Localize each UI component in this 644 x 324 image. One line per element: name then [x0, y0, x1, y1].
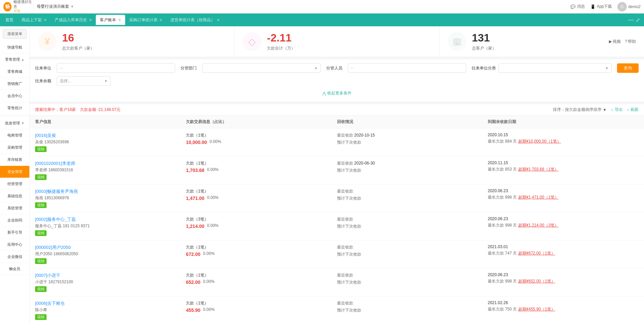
store-selector[interactable]: 母婴行业演示账套 ▼: [33, 4, 77, 9]
customer-info-cell: [0016]吴俊 吴俊 13026203696 现销: [35, 132, 186, 152]
refresh-button[interactable]: ○ 刷新: [627, 107, 639, 113]
customer-name-link[interactable]: [0002]服务中心_丁磊: [35, 217, 76, 222]
sidebar-item-huiyuan[interactable]: 会员中心: [0, 90, 29, 102]
debt-amount: 1,471.00: [186, 196, 204, 201]
filter-dept-select[interactable]: ▼: [202, 63, 320, 73]
collection-cell: 最近收款 2020-06-30 预计下次收款: [337, 160, 488, 173]
sidebar-item-yingxiao[interactable]: 营销推广: [0, 78, 29, 90]
tab-shang-pin[interactable]: 商品上下架 ×: [18, 15, 51, 25]
sidebar-item-weixin[interactable]: 企业微信: [0, 251, 29, 263]
sidebar-item-changhui[interactable]: 畅会员: [0, 263, 29, 275]
last-collection: 最近收款: [337, 188, 488, 194]
stat-icon-yuan: ¥: [38, 32, 57, 51]
sidebar-item-xinshou[interactable]: 新手引导: [0, 227, 29, 239]
filter-category-select[interactable]: ▼: [499, 63, 612, 73]
sort-selector[interactable]: 排序：按欠款金额倒序排序 ▼: [553, 107, 607, 113]
customer-name-link[interactable]: [0001020001]李老师: [35, 161, 75, 166]
sidebar-item-caigou[interactable]: 采购管理: [0, 142, 29, 154]
customer-name-link[interactable]: [0016]吴俊: [35, 133, 56, 138]
tab-close-icon[interactable]: ×: [89, 17, 92, 23]
filter-person: 分管人员 ···: [326, 63, 466, 73]
collapse-button[interactable]: ⋀ 收起更多条件: [35, 89, 639, 97]
query-button[interactable]: 查询: [617, 63, 639, 73]
tab-label: 采购订单统计表: [129, 17, 158, 23]
debt-row: 652.00 0.00%: [186, 278, 337, 285]
sidebar-item-jichuxinxi[interactable]: 基础信息: [0, 190, 29, 202]
sidebar-item-lingshou-stats[interactable]: 零售统计: [0, 102, 29, 114]
chevron-icon: ▼: [21, 121, 25, 125]
filter-row-2: 往来余额 选择... ▼: [35, 76, 639, 86]
overdue-days: 最长欠款 747 天 超期¥672.00（1笔）: [488, 251, 639, 256]
overdue-amount-link[interactable]: 超期¥455.90（1笔）: [518, 307, 555, 312]
customer-phone: 用户2050 18665062050: [35, 251, 186, 257]
next-collection: 预计下次收款: [337, 279, 488, 285]
customer-name-link[interactable]: [000002]用户2050: [35, 245, 71, 250]
tab-close-icon[interactable]: ×: [118, 17, 121, 23]
filter-unit-input[interactable]: ···: [57, 63, 175, 73]
tab-maximize-icon[interactable]: ⤢: [636, 17, 640, 23]
sidebar-item-zijin[interactable]: 资金管理: [0, 166, 29, 178]
filter-bar: 往来单位 ··· 分管部门 ▼ 分管人员 ···: [30, 59, 644, 101]
sidebar-item-kuaijie[interactable]: 快捷导航: [0, 41, 29, 54]
debt-count: 欠款（1笔）: [186, 272, 337, 278]
content-area: ¥ 16 总欠款客户（家） ◇ -2.11 欠款合计（万） 🏢 131 总客户（…: [30, 26, 644, 324]
chevron-down-icon: ▼: [314, 66, 318, 70]
sidebar-item-jingying[interactable]: 经营管理: [0, 178, 29, 190]
sidebar-item-dianshang[interactable]: 电商管理: [0, 129, 29, 142]
tab-close-icon[interactable]: ×: [44, 17, 47, 23]
tab-purchase-order[interactable]: 采购订单统计表 ×: [125, 15, 166, 25]
chevron-icon: ▲: [21, 58, 25, 61]
collection-cell: 最近收款 预计下次收款: [337, 244, 488, 257]
customer-table: 客户信息 欠款交易信息（占比） 回收情况 到期未收款日期 [0016]吴俊 吴俊…: [30, 116, 644, 324]
stat-icon-building: 🏢: [448, 32, 467, 51]
customer-name-link[interactable]: [0003]畅捷服务尹海燕: [35, 189, 78, 194]
tab-chan-pin[interactable]: 产成品入库单历史 ×: [51, 15, 96, 25]
filter-dept-label: 分管部门: [180, 65, 199, 71]
overdue-amount-link[interactable]: 超期¥1,214.00（3笔）: [518, 223, 559, 228]
debt-percent: 0.00%: [207, 223, 219, 228]
overdue-amount-link[interactable]: 超期¥10,000.00（1笔）: [518, 139, 561, 144]
message-label: 消息: [577, 4, 585, 9]
col-due: 到期未收款日期: [488, 119, 639, 125]
debt-percent: 0.00%: [207, 195, 219, 200]
user-avatar: D: [617, 2, 627, 11]
sidebar-item-qiye[interactable]: 企业协同: [0, 214, 29, 227]
sidebar-item-shangcheng[interactable]: 零售商城: [0, 66, 29, 78]
export-button[interactable]: ○ 导出: [611, 107, 623, 113]
tab-home[interactable]: 首页: [1, 15, 18, 25]
user-button[interactable]: D demo2: [617, 2, 641, 11]
sidebar-search-button[interactable]: 搜索菜单: [3, 29, 27, 39]
sidebar-item-lingshou[interactable]: 零售管理 ▲: [0, 54, 29, 66]
customer-info-cell: [0006]去下粮仓 陈小希 现销: [35, 300, 186, 320]
sidebar-item-kucun[interactable]: 库存核算: [0, 154, 29, 166]
help-button[interactable]: ? 帮助: [625, 39, 636, 45]
tab-bar: 首页 商品上下架 × 产成品入库单历史 × 客户账本 × 采购订单统计表 × 进…: [0, 13, 644, 26]
customer-info-cell: [0001020001]李老师 李老师 18600391516 现销: [35, 160, 186, 180]
collapse-label: 收起更多条件: [327, 90, 352, 96]
message-button[interactable]: 💬 消息: [570, 4, 585, 9]
overdue-amount-link[interactable]: 超期¥652.00（1笔）: [518, 279, 555, 284]
video-button[interactable]: ▶ 视频: [609, 39, 621, 45]
app-download-button[interactable]: 📱 App下载: [590, 4, 612, 9]
video-icon: ▶: [609, 39, 612, 44]
sidebar-item-xitong[interactable]: 系统管理: [0, 202, 29, 214]
overdue-amount-link[interactable]: 超期¥672.00（1笔）: [518, 251, 555, 256]
tab-minimize-icon[interactable]: —: [628, 17, 634, 23]
filter-person-input[interactable]: ···: [348, 63, 466, 73]
overdue-days: 最长欠款 998 天 超期¥652.00（1笔）: [488, 278, 639, 284]
overdue-days: 最长欠款 998 天 超期¥1,471.00（1笔）: [488, 195, 639, 200]
next-collection: 预计下次收款: [337, 140, 488, 145]
overdue-amount-link[interactable]: 超期¥1,703.68（1笔）: [518, 167, 559, 172]
sidebar-item-pifa[interactable]: 批发管理 ▼: [0, 117, 29, 129]
debt-percent: 0.00%: [203, 279, 215, 284]
tab-close-icon[interactable]: ×: [160, 17, 162, 23]
col-collection: 回收情况: [337, 119, 488, 125]
tab-close-icon[interactable]: ×: [217, 17, 220, 23]
filter-balance-select[interactable]: 选择... ▼: [57, 76, 111, 86]
customer-name-link[interactable]: [0006]去下粮仓: [35, 301, 65, 306]
tab-customer-account[interactable]: 客户账本 ×: [96, 15, 125, 25]
customer-name-link[interactable]: [0007]小进干: [35, 273, 60, 278]
overdue-amount-link[interactable]: 超期¥1,471.00（1笔）: [518, 195, 559, 200]
tab-purchase-stats[interactable]: 进货单统计表（按商品） ×: [166, 15, 224, 25]
sidebar-item-yingyong[interactable]: 应用中心: [0, 239, 29, 251]
